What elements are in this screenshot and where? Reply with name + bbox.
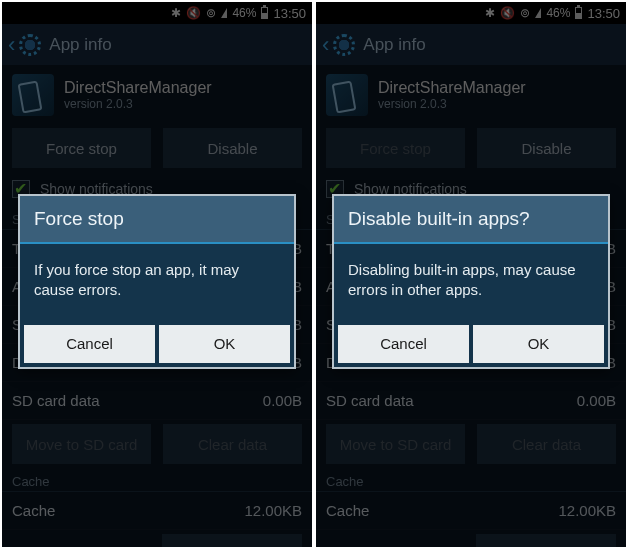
cancel-button[interactable]: Cancel <box>338 325 469 363</box>
cancel-button[interactable]: Cancel <box>24 325 155 363</box>
disable-dialog: Disable built-in apps? Disabling built-i… <box>332 194 610 369</box>
ok-button[interactable]: OK <box>473 325 604 363</box>
dialog-title: Force stop <box>20 196 294 244</box>
ok-button[interactable]: OK <box>159 325 290 363</box>
dialog-body: Disabling built-in apps, may cause error… <box>334 244 608 321</box>
dialog-body: If you force stop an app, it may cause e… <box>20 244 294 321</box>
force-stop-dialog: Force stop If you force stop an app, it … <box>18 194 296 369</box>
phone-left: ✱ 🔇 ⊚ 46% 13:50 ‹ App info DirectShareMa… <box>2 2 312 547</box>
phone-right: ✱ 🔇 ⊚ 46% 13:50 ‹ App info DirectShareMa… <box>316 2 626 547</box>
dialog-title: Disable built-in apps? <box>334 196 608 244</box>
